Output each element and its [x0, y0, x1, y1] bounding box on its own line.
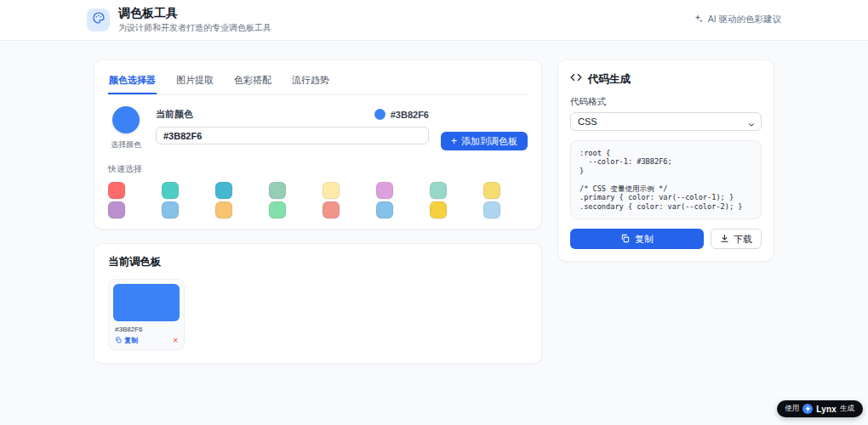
picker-tabbar: 颜色选择器 图片提取 色彩搭配 流行趋势	[108, 71, 528, 95]
copy-icon	[115, 337, 122, 345]
palette-item-hex: #3B82F6	[115, 326, 180, 333]
quick-color-swatch[interactable]	[483, 201, 500, 218]
tab-trending[interactable]: 流行趋势	[291, 71, 330, 94]
copy-button-label: 复制	[635, 233, 654, 246]
download-code-button[interactable]: 下载	[711, 229, 762, 249]
page-subtitle: 为设计师和开发者打造的专业调色板工具	[118, 22, 271, 34]
quick-color-swatch[interactable]	[108, 182, 125, 199]
quick-color-swatch[interactable]	[162, 201, 179, 218]
current-color-hex: #3B82F6	[391, 110, 429, 120]
page-title: 调色板工具	[118, 6, 271, 20]
download-icon	[720, 234, 729, 245]
palette-icon	[92, 11, 106, 28]
quick-color-swatch[interactable]	[162, 182, 179, 199]
tab-color-picker[interactable]: 颜色选择器	[108, 71, 157, 94]
lynx-logo-icon	[802, 404, 813, 414]
current-palette-card: 当前调色板 #3B82F6 复制	[94, 243, 542, 364]
app-header: 调色板工具 为设计师和开发者打造的专业调色板工具 AI 驱动的色彩建议	[0, 0, 868, 41]
quick-color-swatch[interactable]	[323, 201, 340, 218]
color-picker-card: 颜色选择器 图片提取 色彩搭配 流行趋势 选择颜色 当前颜色 #3B82F6	[94, 60, 542, 230]
code-format-label: 代码格式	[570, 96, 762, 108]
quick-color-swatch[interactable]	[323, 182, 340, 199]
badge-brand: Lynx	[816, 405, 837, 414]
plus-icon: +	[451, 136, 457, 146]
palette-copy-label: 复制	[124, 336, 138, 345]
palette-item-swatch[interactable]	[113, 284, 180, 321]
badge-suffix: 生成	[840, 404, 854, 414]
current-color-label: 当前颜色	[156, 108, 193, 121]
quick-color-swatch[interactable]	[269, 182, 286, 199]
hex-input[interactable]	[156, 127, 429, 144]
quick-color-swatch[interactable]	[108, 201, 125, 218]
current-color-chip: #3B82F6	[374, 109, 429, 120]
ai-hint-label: AI 驱动的色彩建议	[708, 14, 781, 26]
download-button-label: 下载	[734, 233, 752, 246]
palette-remove-button[interactable]: ×	[173, 337, 178, 345]
copy-code-button[interactable]: 复制	[570, 229, 704, 249]
code-format-select[interactable]: CSS	[570, 112, 762, 131]
codegen-title: 代码生成	[588, 72, 631, 87]
copy-icon	[620, 234, 630, 245]
generated-code-block: :root { --color-1: #3B82F6; } /* CSS 变量使…	[570, 140, 762, 219]
quick-color-swatch[interactable]	[376, 201, 393, 218]
code-icon	[570, 71, 582, 87]
tab-image-extract[interactable]: 图片提取	[175, 71, 214, 94]
sparkles-icon	[694, 14, 704, 26]
code-generation-card: 代码生成 代码格式 CSS :root { --color-1: #3B82F6…	[557, 60, 774, 262]
palette-copy-button[interactable]: 复制	[115, 336, 138, 345]
quick-color-swatch[interactable]	[215, 182, 232, 199]
app-brand: 调色板工具 为设计师和开发者打造的专业调色板工具	[87, 6, 271, 34]
quick-color-swatch[interactable]	[376, 182, 393, 199]
quick-select-label: 快速选择	[108, 163, 528, 175]
palette-title: 当前调色板	[108, 255, 528, 269]
palette-logo	[87, 8, 110, 31]
quick-color-swatch[interactable]	[215, 201, 232, 218]
current-color-dot	[374, 109, 385, 120]
add-to-palette-button[interactable]: + 添加到调色板	[441, 132, 528, 150]
color-picker-swatch[interactable]	[112, 106, 140, 133]
tab-color-match[interactable]: 色彩搭配	[233, 71, 272, 94]
palette-item: #3B82F6 复制 ×	[108, 279, 185, 350]
quick-color-swatch[interactable]	[430, 201, 447, 218]
quick-color-grid	[108, 182, 528, 218]
quick-color-swatch[interactable]	[269, 201, 286, 218]
made-with-lynx-badge[interactable]: 使用 Lynx 生成	[777, 400, 863, 417]
badge-prefix: 使用	[785, 404, 799, 414]
quick-color-swatch[interactable]	[430, 182, 447, 199]
ai-suggestion-hint: AI 驱动的色彩建议	[694, 14, 781, 26]
quick-color-swatch[interactable]	[483, 182, 500, 199]
add-button-label: 添加到调色板	[461, 135, 517, 148]
pick-color-label: 选择颜色	[111, 139, 141, 150]
